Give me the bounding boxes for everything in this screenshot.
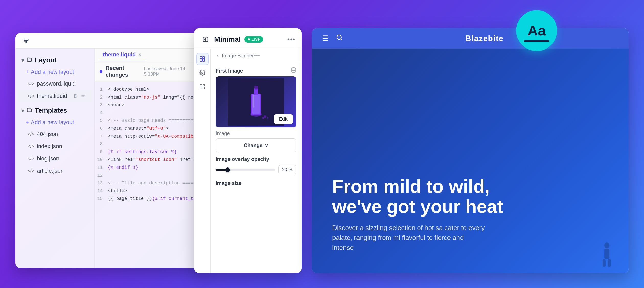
code-lines[interactable]: 1<!doctype html>2<html class="no-js" lan… bbox=[95, 81, 204, 268]
theme-title: Minimal bbox=[214, 35, 241, 43]
theme-more-button[interactable]: ••• bbox=[288, 36, 295, 43]
line-number: 1 bbox=[95, 86, 108, 93]
templates-folder[interactable]: ▾ Templates bbox=[15, 104, 94, 117]
line-content: {% endif %} bbox=[108, 164, 204, 172]
line-content: <!-- Basic page needs ==================… bbox=[108, 117, 204, 125]
line-number: 4 bbox=[95, 109, 108, 117]
theme-liquid-label: theme.liquid bbox=[37, 93, 67, 99]
templates-folder-label: Templates bbox=[35, 106, 67, 114]
line-content bbox=[108, 172, 204, 179]
change-image-button[interactable]: Change ∨ bbox=[216, 138, 296, 152]
save-bar: Recent changes Last saved: June 14, 5:30… bbox=[95, 62, 204, 81]
line-number: 15 bbox=[95, 195, 108, 203]
svg-rect-21 bbox=[253, 95, 254, 108]
code-editor: theme.liquid ✕ Recent changes Last saved… bbox=[95, 49, 204, 268]
code-line: 3<head> bbox=[95, 101, 204, 109]
hero-content: From mild to wild, we've got your heat D… bbox=[332, 176, 608, 253]
overlay-slider[interactable] bbox=[216, 169, 275, 171]
add-layout-button[interactable]: + Add a new layout bbox=[15, 67, 94, 77]
svg-rect-28 bbox=[603, 259, 606, 267]
code-panel-header bbox=[15, 33, 204, 49]
code-panel-body: ▾ Layout + Add a new layout </> password… bbox=[15, 49, 204, 268]
svg-rect-6 bbox=[200, 59, 202, 61]
line-content: <html class="no-js" lang="{{ request.loc… bbox=[108, 93, 204, 101]
svg-point-13 bbox=[292, 68, 296, 69]
blog-code-icon: </> bbox=[28, 156, 34, 161]
line-content: <meta charset="utf-8"> bbox=[108, 125, 204, 133]
live-label: Live bbox=[251, 37, 260, 42]
line-number: 9 bbox=[95, 148, 108, 156]
svg-point-25 bbox=[337, 35, 341, 39]
preview-navbar: ☰ Blazebite bbox=[312, 28, 629, 49]
theme-back-button[interactable] bbox=[200, 34, 211, 44]
article-json-file[interactable]: </> article.json bbox=[17, 165, 92, 177]
nav-sections-button[interactable] bbox=[196, 53, 209, 65]
theme-liquid-tab[interactable]: theme.liquid ✕ bbox=[99, 49, 145, 61]
404-json-label: 404.json bbox=[37, 131, 58, 137]
theme-content: Image Banner ••• First Image bbox=[211, 49, 302, 273]
layout-folder-label: Layout bbox=[35, 56, 56, 64]
404-code-icon: </> bbox=[28, 131, 34, 137]
theme-liquid-file[interactable]: </> theme.liquid 🗑 ✏ bbox=[17, 90, 92, 102]
templates-chevron: ▾ bbox=[21, 107, 24, 114]
section-more-button[interactable]: ••• bbox=[254, 53, 260, 59]
slider-thumb[interactable] bbox=[225, 167, 230, 172]
password-liquid-file[interactable]: </> password.liquid bbox=[17, 78, 92, 90]
live-badge: Live bbox=[244, 36, 263, 43]
blog-json-label: blog.json bbox=[37, 155, 59, 162]
svg-point-24 bbox=[262, 117, 264, 119]
layout-chevron: ▾ bbox=[21, 57, 24, 63]
edit-image-button[interactable]: Edit bbox=[274, 114, 293, 124]
nav-apps-button[interactable] bbox=[196, 80, 209, 93]
theme-editor-panel: Minimal Live ••• bbox=[194, 28, 302, 273]
theme-header: Minimal Live ••• bbox=[194, 28, 302, 49]
preview-search-icon[interactable] bbox=[336, 34, 343, 43]
add-layout-label: Add a new layout bbox=[31, 69, 74, 75]
avatar-underline bbox=[524, 40, 549, 42]
code-back-button[interactable] bbox=[21, 36, 31, 45]
preview-menu-icon[interactable]: ☰ bbox=[322, 34, 328, 43]
section-back-button[interactable]: Image Banner bbox=[216, 53, 254, 59]
line-number: 11 bbox=[95, 164, 108, 172]
line-content bbox=[108, 140, 204, 148]
add-template-button[interactable]: + Add a new layout bbox=[15, 117, 94, 128]
edit-icon[interactable]: ✏ bbox=[80, 93, 86, 99]
404-json-file[interactable]: </> 404.json bbox=[17, 128, 92, 140]
svg-rect-11 bbox=[200, 87, 202, 89]
line-content: <meta http-equiv="X-UA-Compatible" conte… bbox=[108, 133, 204, 140]
line-number: 6 bbox=[95, 125, 108, 133]
index-json-file[interactable]: </> index.json bbox=[17, 140, 92, 152]
file-code-icon: </> bbox=[28, 81, 34, 87]
svg-rect-9 bbox=[200, 84, 202, 86]
change-chevron: ∨ bbox=[264, 142, 268, 148]
line-number: 8 bbox=[95, 140, 108, 148]
password-liquid-label: password.liquid bbox=[37, 80, 76, 87]
save-indicator bbox=[100, 70, 102, 73]
svg-point-8 bbox=[202, 72, 203, 74]
code-editor-panel: ▾ Layout + Add a new layout </> password… bbox=[15, 33, 204, 268]
delete-icon[interactable]: 🗑 bbox=[72, 93, 79, 99]
layout-folder[interactable]: ▾ Layout bbox=[15, 54, 94, 67]
layout-folder-icon bbox=[27, 57, 32, 64]
section-back-label: Image Banner bbox=[222, 53, 254, 59]
index-json-label: index.json bbox=[37, 143, 62, 150]
tab-label: theme.liquid bbox=[103, 51, 136, 58]
file-tree: ▾ Layout + Add a new layout </> password… bbox=[15, 49, 95, 268]
theme-nav-col bbox=[194, 49, 211, 273]
line-content: <!-- Title and description =============… bbox=[108, 179, 204, 187]
live-dot bbox=[248, 38, 250, 40]
avatar-label: Aa bbox=[527, 23, 546, 38]
add-template-label: Add a new layout bbox=[31, 119, 74, 126]
close-tab-icon[interactable]: ✕ bbox=[138, 52, 141, 57]
templates-section: ▾ Templates + Add a new layout </> 404.j… bbox=[15, 104, 94, 177]
svg-rect-7 bbox=[203, 59, 205, 61]
line-number: 2 bbox=[95, 93, 108, 101]
blog-json-file[interactable]: </> blog.json bbox=[17, 153, 92, 164]
svg-rect-0 bbox=[24, 40, 28, 40]
nav-settings-button[interactable] bbox=[196, 67, 209, 79]
add-template-icon: + bbox=[26, 119, 29, 126]
line-content: <link rel="shortcut icon" href="{{ setti… bbox=[108, 156, 204, 164]
code-line: 6 <meta charset="utf-8"> bbox=[95, 125, 204, 133]
code-line: 1<!doctype html> bbox=[95, 86, 204, 93]
line-number: 13 bbox=[95, 179, 108, 187]
